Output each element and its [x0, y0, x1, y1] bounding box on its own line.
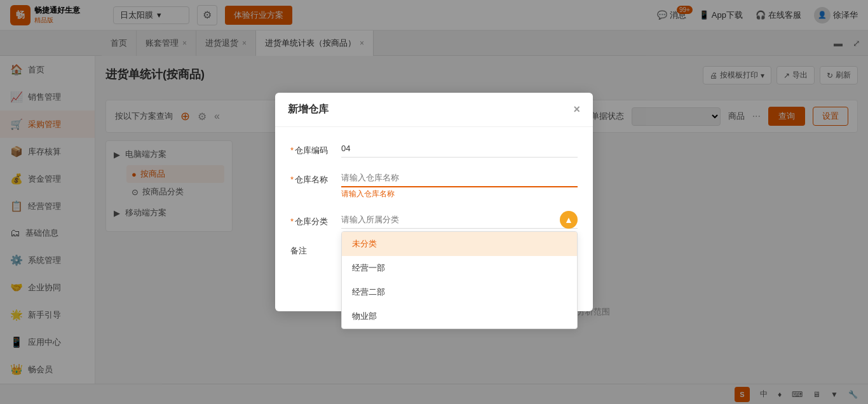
- warehouse-name-row: *仓库名称 请输入仓库名称: [290, 169, 578, 199]
- warehouse-code-input[interactable]: [341, 140, 578, 158]
- category-select-wrap: ▲ 未分类 经营一部 经营二部 物业部: [341, 211, 578, 229]
- warehouse-category-row: *仓库分类 ▲ 未分类 经营一部 经营二部 物业部: [290, 211, 578, 229]
- name-input-wrap: 请输入仓库名称: [341, 169, 578, 199]
- dropdown-item-uncategorized[interactable]: 未分类: [342, 232, 577, 256]
- warehouse-code-row: *仓库编码: [290, 140, 578, 158]
- dropdown-item-dept2[interactable]: 经营二部: [342, 280, 577, 304]
- modal-overlay: 新增仓库 × *仓库编码 *仓库名称 请输入仓库名称: [0, 0, 868, 404]
- name-error-msg: 请输入仓库名称: [341, 189, 578, 199]
- note-label: 备注: [290, 240, 341, 257]
- modal-header: 新增仓库 ×: [275, 93, 593, 127]
- category-input[interactable]: [341, 211, 578, 229]
- modal-title: 新增仓库: [288, 103, 329, 116]
- code-input-wrap: [341, 140, 578, 158]
- category-label: *仓库分类: [290, 211, 341, 227]
- dropdown-item-dept1[interactable]: 经营一部: [342, 256, 577, 280]
- name-label: *仓库名称: [290, 169, 341, 185]
- category-dropdown-toggle[interactable]: ▲: [560, 211, 578, 229]
- new-warehouse-modal: 新增仓库 × *仓库编码 *仓库名称 请输入仓库名称: [275, 93, 593, 311]
- modal-close-button[interactable]: ×: [573, 103, 580, 116]
- category-dropdown-menu: 未分类 经营一部 经营二部 物业部: [341, 231, 578, 329]
- modal-body: *仓库编码 *仓库名称 请输入仓库名称 *仓库分类: [275, 127, 593, 258]
- dropdown-item-dept3[interactable]: 物业部: [342, 304, 577, 328]
- warehouse-name-input[interactable]: [341, 169, 578, 187]
- code-label: *仓库编码: [290, 140, 341, 156]
